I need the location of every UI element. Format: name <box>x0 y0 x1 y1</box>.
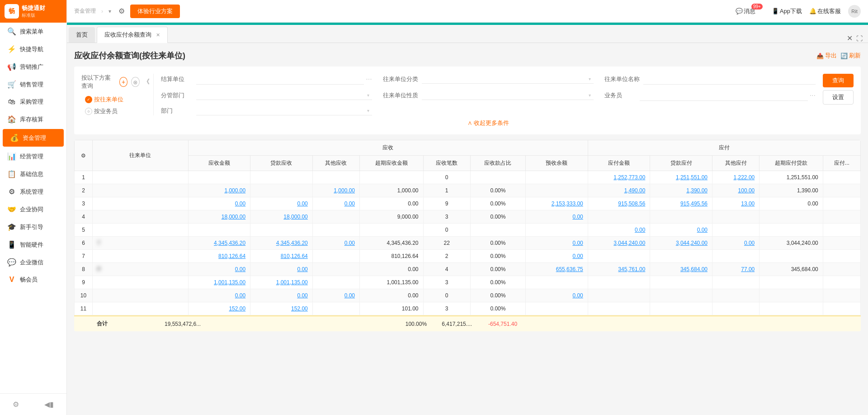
breadcrumb-path: 资金管理 <box>74 7 96 15</box>
filter-fields-col: 结算单位 ··· 往来单位分类 ▾ <box>161 74 816 127</box>
user-avatar[interactable]: Rit <box>848 5 861 18</box>
sidebar-item-finance[interactable]: 💰 资金管理 <box>3 129 64 147</box>
sidebar-item-search-menu[interactable]: 🔍 搜索菜单 <box>0 23 66 40</box>
filter-circle-btn[interactable]: ◎ <box>131 77 140 87</box>
content-area: 应收应付余额查询(按往来单位) 📤 导出 🔄 刷新 按以下方案查询 <box>67 43 868 415</box>
sys-admin-icon: ⚙ <box>7 187 16 196</box>
th-ap-more: 应付... <box>823 156 860 171</box>
enterprise-icon: 🤝 <box>7 205 16 214</box>
export-btn[interactable]: 📤 导出 <box>816 52 837 60</box>
data-table: ⚙ 往来单位 应收 应付 应收金额 贷款应收 其他应收 超期应收金额 应收笔数 … <box>74 140 861 315</box>
operation-icon: 📊 <box>7 152 16 161</box>
finance-icon: 💰 <box>10 134 19 142</box>
filter-row-partner-nature: 往来单位性质 ▾ <box>383 90 594 101</box>
partner-category-chevron: ▾ <box>589 76 591 81</box>
sidebar-item-marketing[interactable]: 📢 营销推广 <box>0 58 66 76</box>
filter-scheme-by-partner[interactable]: ✓ 按往来单位 <box>85 95 150 104</box>
sidebar-item-operation[interactable]: 📊 经营管理 <box>0 148 66 165</box>
sidebar-item-guide[interactable]: 🎓 新手引导 <box>0 218 66 236</box>
footer-ap-total: -654,751.40 <box>476 321 522 327</box>
filter-row-settlement: 结算单位 ··· <box>161 74 372 85</box>
tab-close-window-icon[interactable]: ✕ <box>847 34 853 43</box>
footer-label: 合计 <box>97 320 160 328</box>
app-download-btn[interactable]: 📱 App下载 <box>772 7 802 15</box>
sidebar: 畅 畅捷通财 标准版 🔍 搜索菜单 ⚡ 快捷导航 📢 营销推广 🛒 销售管理 🛍… <box>0 0 67 415</box>
online-service-btn[interactable]: 🔔 在线客服 <box>809 7 841 15</box>
th-config[interactable]: ⚙ <box>75 140 93 171</box>
tab-home[interactable]: 首页 <box>69 27 95 43</box>
notification-btn[interactable]: 💬 消息 99+ <box>736 7 755 15</box>
filter-top-row: 按以下方案查询 + ◎ 《 <box>81 74 150 90</box>
dept-select[interactable]: ▾ <box>196 106 372 115</box>
dept-supervisor-select[interactable]: ▾ <box>196 91 372 100</box>
sidebar-logo: 畅 畅捷通财 标准版 <box>0 0 66 23</box>
th-overdue-ar: 超期应收金额 <box>360 156 424 171</box>
sidebar-item-warehouse[interactable]: 🏠 库存核算 <box>0 110 66 128</box>
scheme-active-dot: ✓ <box>85 96 92 103</box>
th-partner: 往来单位 <box>93 140 189 171</box>
filter-row-partner-name: 往来单位名称 <box>604 74 816 85</box>
filter-arrow-btn[interactable]: 《 <box>143 78 150 86</box>
purchase-icon: 🛍 <box>7 98 16 106</box>
table-row: 674,345,436.204,345,436.200.004,345,436.… <box>75 237 861 250</box>
settlement-unit-dots[interactable]: ··· <box>366 75 372 83</box>
sidebar-item-sys-admin[interactable]: ⚙ 系统管理 <box>0 183 66 200</box>
sidebar-item-basic-info[interactable]: 📋 基础信息 <box>0 165 66 183</box>
partner-name-input[interactable] <box>643 74 816 85</box>
filter-settings-btn[interactable]: 设置 <box>823 90 854 105</box>
salesman-dots[interactable]: ··· <box>810 91 816 100</box>
collapse-sidebar-btn[interactable]: ◀▮ <box>40 397 58 411</box>
logo-icon: 畅 <box>5 4 19 19</box>
filter-row-partner-category: 往来单位分类 ▾ <box>383 74 594 85</box>
th-overdue-ap: 超期应付贷款 <box>760 156 823 171</box>
topbar-gear-icon[interactable]: ⚙ <box>118 7 125 15</box>
filter-scheme-by-salesman[interactable]: ○ 按业务员 <box>85 107 150 115</box>
topbar-right: 💬 消息 99+ 📱 App下载 🔔 在线客服 Rit <box>736 5 861 18</box>
sidebar-item-member[interactable]: V 畅会员 <box>0 271 66 288</box>
filter-row-dept-supervisor: 分管部门 ▾ <box>161 90 372 101</box>
page-header: 应收应付余额查询(按往来单位) 📤 导出 🔄 刷新 <box>74 50 861 61</box>
filter-collapse-btn[interactable]: ∧ 收起更多条件 <box>467 119 509 126</box>
table-row: 101,252,773.001,251,551.001,222.001,251,… <box>75 171 861 184</box>
tab-close-icon[interactable]: ✕ <box>156 32 160 38</box>
th-loan-ar: 贷款应收 <box>250 156 313 171</box>
sidebar-item-sales[interactable]: 🛒 销售管理 <box>0 76 66 93</box>
filter-area: 按以下方案查询 + ◎ 《 ✓ 按往来单位 ○ 按业务员 <box>74 67 861 134</box>
footer-ar-ratio: 100.00% <box>386 321 431 327</box>
filter-section: 按以下方案查询 + ◎ 《 ✓ 按往来单位 ○ 按业务员 <box>81 74 854 127</box>
sidebar-item-purchase[interactable]: 🛍 采购管理 <box>0 93 66 110</box>
filter-action-btns: 查询 设置 <box>823 74 854 105</box>
partner-nature-select[interactable]: ▾ <box>422 91 594 100</box>
filter-collapse-area: ∧ 收起更多条件 <box>161 119 816 127</box>
tab-fullscreen-icon[interactable]: ⛶ <box>856 35 863 42</box>
th-yingfu-group: 应付 <box>588 140 860 156</box>
sidebar-item-smart-hw[interactable]: 📱 智能硬件 <box>0 236 66 253</box>
filter-add-btn[interactable]: + <box>119 77 128 87</box>
data-table-container: ⚙ 往来单位 应收 应付 应收金额 贷款应收 其他应收 超期应收金额 应收笔数 … <box>74 140 861 331</box>
query-btn[interactable]: 查询 <box>823 74 854 87</box>
footer-prepay: 6,417,215.... <box>431 321 476 327</box>
table-row: 100.000.000.000.0000.00%0.00 <box>75 289 861 302</box>
export-icon: 📤 <box>816 52 824 59</box>
sidebar-item-quick-nav[interactable]: ⚡ 快捷导航 <box>0 40 66 58</box>
filter-rows: 结算单位 ··· 往来单位分类 ▾ <box>161 74 816 115</box>
filter-schemes-col: 按以下方案查询 + ◎ 《 ✓ 按往来单位 ○ 按业务员 <box>81 74 154 115</box>
member-icon: V <box>7 276 16 284</box>
partner-category-select[interactable]: ▾ <box>422 75 594 84</box>
settings-bottom-btn[interactable]: ⚙ <box>8 397 24 411</box>
settlement-unit-input[interactable] <box>196 74 364 85</box>
lightning-icon: ⚡ <box>7 45 16 53</box>
sidebar-item-enterprise[interactable]: 🤝 企业协同 <box>0 200 66 218</box>
search-icon: 🔍 <box>7 27 16 36</box>
dept-chevron: ▾ <box>367 108 369 113</box>
tab-ar-ap-query[interactable]: 应收应付余额查询 ✕ <box>97 27 168 43</box>
online-service-icon: 🔔 <box>809 8 816 14</box>
salesman-input[interactable] <box>640 90 807 101</box>
page-title: 应收应付余额查询(按往来单位) <box>74 50 185 61</box>
refresh-btn[interactable]: 🔄 刷新 <box>840 52 861 60</box>
scheme-btn[interactable]: 体验行业方案 <box>130 5 180 18</box>
topbar-chevron[interactable]: ▾ <box>108 8 111 14</box>
sidebar-item-wechat[interactable]: 💬 企业微信 <box>0 253 66 271</box>
filter-row-salesman: 业务员 ··· <box>604 90 816 101</box>
page-actions: 📤 导出 🔄 刷新 <box>816 52 861 60</box>
